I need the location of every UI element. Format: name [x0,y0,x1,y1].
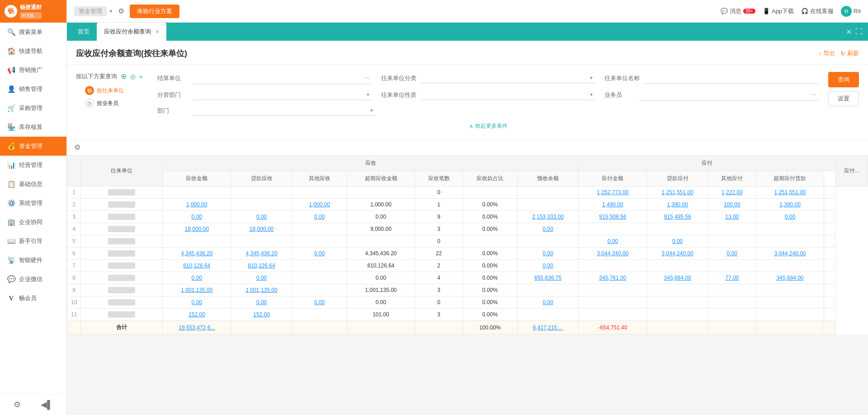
online-service[interactable]: 🎧 在线客服 [801,7,834,15]
quick-nav-icon: 🏠 [7,47,15,55]
sidebar-item-inventory[interactable]: 🏪 库存核算 [0,118,66,137]
sidebar-item-finance[interactable]: 💰 资金管理 [0,137,66,156]
filter-group-partner[interactable]: 畅 按往来单位 [85,86,148,95]
partner-nature-field: 往来单位性质 ▾ [381,90,596,100]
tab-home[interactable]: 首页 [71,23,97,41]
notification-icon: 💬 [721,8,728,14]
notifications[interactable]: 💬 消息 99+ [721,7,755,15]
department-field: 部门 ▾ [157,105,376,116]
add-filter-icon[interactable]: ⊕ [121,72,127,81]
search-menu-icon: 🔍 [7,28,15,36]
partner-nature-arrow[interactable]: ▾ [590,91,593,98]
sidebar-bottom: ⚙ ◀▌ [0,394,66,415]
salesperson-dots[interactable]: ··· [811,91,816,99]
table-toolbar: ⚙ [67,139,868,155]
member-icon: V [7,295,15,302]
sidebar-item-quick-nav[interactable]: 🏠 快捷导航 [0,42,66,61]
app-download[interactable]: 📱 App下载 [763,7,794,15]
tabbar-expand-icon[interactable]: ⛶ [855,28,863,36]
collapse-icon: ∧ [469,123,473,129]
sidebar-item-member[interactable]: V 畅会员 [0,289,66,308]
col-other-payable: 其他应付 [708,171,756,186]
department-label: 部门 [157,107,189,115]
sidebar-item-enterprise[interactable]: 🏢 企业协同 [0,213,66,232]
tabbar-close-all-icon[interactable]: ✕ [846,28,852,36]
guide-icon: 📖 [7,237,15,245]
settings-button[interactable]: 设置 [828,91,859,106]
col-prepaid-balance: 预收余额 [517,171,579,186]
table-row: 9XXXXX1,001,135.001,001,135.001,001,135.… [67,284,868,296]
sidebar-item-system[interactable]: ⚙️ 系统管理 [0,194,66,213]
export-button[interactable]: ↑ 导出 [819,49,835,57]
filter-row-1: 结算单位 ··· 往来单位分类 ▾ [157,72,819,84]
table-row: 10XXXXX0.000.000.000.0000.00%0.00 [67,296,868,309]
col-payable-amount: 应付金额 [579,171,647,186]
sales-icon: 👤 [7,85,15,93]
table-settings-icon[interactable]: ⚙ [74,143,80,152]
filter-group-salesperson[interactable]: ◷ 按业务员 [85,99,148,108]
breadcrumb-text: 资金管理 [74,6,107,16]
department-arrow[interactable]: ▾ [370,107,373,114]
sidebar-item-operations[interactable]: 📊 经营管理 [0,156,66,175]
user-info[interactable]: R Rit [841,6,861,17]
filter-scheme-selector: 按以下方案查询 ⊕ ◎ « 畅 按往来单位 ◷ [76,72,148,132]
sidebar-item-wechat[interactable]: 💬 企业微信 [0,270,66,289]
filter-collapse-icon[interactable]: « [139,73,143,80]
sidebar-settings-icon[interactable]: ⚙ [14,400,21,410]
tab-close-icon[interactable]: × [156,28,159,35]
partner-category-arrow[interactable]: ▾ [590,75,593,81]
col-receivable-count: 应收笔数 [415,171,463,186]
settlement-unit-label: 结算单位 [157,74,189,82]
col-other-receivable: 其他应收 [292,171,347,186]
table-row: 1XXXXX01,252,773.001,251,551.001,222.001… [67,186,868,199]
filter-row-2: 分管部门 ▾ 往来单位性质 ▾ [157,89,819,101]
logo: 畅 畅捷通财 标准版 [0,0,66,23]
query-button[interactable]: 查询 [828,72,859,87]
partner-category-label: 往来单位分类 [381,74,416,82]
collapse-button[interactable]: ∧ 收起更多条件 [157,120,819,132]
sidebar-item-base-info[interactable]: 📋 基础信息 [0,175,66,194]
col-loan-receivable: 贷款应收 [231,171,292,186]
table-scroll-area[interactable]: 往来单位 应收 应付 应付... 应收金额 贷款应收 其他应收 超期应收金额 应… [67,155,868,334]
col-index [67,156,81,186]
avatar: R [841,6,852,17]
page-title: 应收应付余额查询(按往来单位) [76,48,187,59]
col-overdue-payable: 超期应付货款 [756,171,824,186]
total-row: 合计 19,553,472,6... 100.00% 6,417,215....… [67,321,868,334]
sidebar-item-search-menu[interactable]: 🔍 搜索菜单 [0,23,66,42]
sidebar-item-guide[interactable]: 📖 新手引导 [0,232,66,251]
sidebar-item-sales[interactable]: 👤 销售管理 [0,80,66,99]
refresh-button[interactable]: ↻ 刷新 [840,49,859,57]
promo-button[interactable]: 体验行业方案 [130,5,179,18]
inventory-icon: 🏪 [7,123,15,131]
sidebar-item-purchase[interactable]: 🛒 采购管理 [0,99,66,118]
settlement-unit-dots[interactable]: ··· [363,74,369,82]
marketing-icon: 📢 [7,66,15,74]
sidebar-collapse-icon[interactable]: ◀▌ [41,400,53,410]
col-payable-group: 应付 [579,156,836,171]
finance-icon: 💰 [7,142,15,150]
filter-action-buttons: 查询 设置 [828,72,859,132]
managing-dept-arrow[interactable]: ▾ [367,91,369,98]
online-service-icon: 🎧 [801,8,808,14]
tab-receivable[interactable]: 应收应付余额查询 × [97,23,166,41]
filter-header: 按以下方案查询 ⊕ ◎ « [76,72,148,81]
sidebar-item-smart-hw[interactable]: 📡 智能硬件 [0,251,66,270]
partner-group-label: 按往来单位 [97,87,124,95]
partner-name-input[interactable] [643,73,819,84]
sidebar: 畅 畅捷通财 标准版 🔍 搜索菜单 🏠 快捷导航 📢 营销推广 👤 销售管理 🛒… [0,0,67,415]
partner-name-label: 往来单位名称 [604,74,640,82]
topbar-settings-icon[interactable]: ⚙ [118,7,124,15]
page-header: 应收应付余额查询(按往来单位) ↑ 导出 ↻ 刷新 [67,41,868,65]
table-row: 8XXXXX0.000.000.0040.00%655,636.75345,76… [67,272,868,284]
col-receivable-group: 应收 [163,156,579,171]
tabbar-right: ✕ ⛶ [846,28,868,36]
tabbar: 首页 应收应付余额查询 × ✕ ⛶ [67,23,868,41]
table-row: 2XXXXX1,000.001,000.001,000.0010.00%1,49… [67,199,868,211]
wechat-icon: 💬 [7,275,15,283]
sidebar-item-marketing[interactable]: 📢 营销推广 [0,61,66,80]
table-row: 7XXXXX810,126.64810,126.64810,126.6420.0… [67,260,868,272]
export-icon: ↑ [819,50,822,57]
filter-settings-icon[interactable]: ◎ [130,73,136,80]
system-icon: ⚙️ [7,199,15,207]
